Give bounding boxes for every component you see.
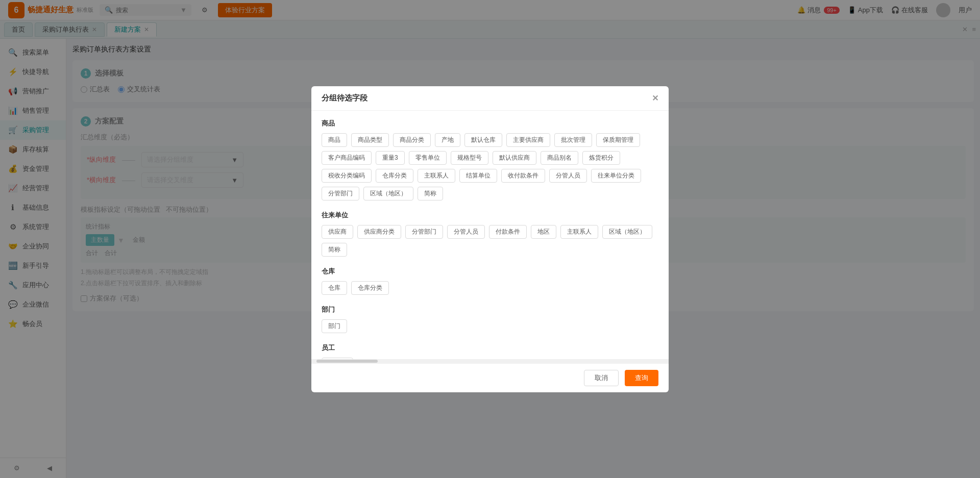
modal-cancel-button[interactable]: 取消 [584, 370, 619, 386]
modal-close-button[interactable]: ✕ [652, 93, 658, 103]
section-department: 部门 部门 [322, 305, 658, 333]
department-tags: 部门 [322, 319, 658, 333]
tag-partner-supplier[interactable]: 供应商 [322, 225, 353, 239]
tag-partner-supplier-category[interactable]: 供应商分类 [357, 225, 401, 239]
tag-goods-product[interactable]: 商品 [322, 133, 347, 147]
tag-goods-warehouse-category[interactable]: 仓库分类 [376, 169, 413, 183]
tag-goods-abbr[interactable]: 简称 [418, 187, 443, 200]
section-goods-title: 商品 [322, 119, 658, 128]
tag-goods-retail-unit[interactable]: 零售单位 [409, 151, 447, 165]
modal-overlay: 分组待选字段 ✕ 商品 商品 商品类型 商品分类 产地 默认仓库 主要供应商 批… [0, 0, 980, 478]
tag-goods-expiry[interactable]: 保质期管理 [596, 133, 640, 147]
tag-goods-batch[interactable]: 批次管理 [554, 133, 592, 147]
tag-goods-payment-terms[interactable]: 收付款条件 [501, 169, 545, 183]
tag-warehouse-wh[interactable]: 仓库 [322, 281, 347, 295]
goods-tags: 商品 商品类型 商品分类 产地 默认仓库 主要供应商 批次管理 保质期管理 客户… [322, 133, 658, 200]
section-warehouse: 仓库 仓库 仓库分类 [322, 267, 658, 295]
field-select-modal: 分组待选字段 ✕ 商品 商品 商品类型 商品分类 产地 默认仓库 主要供应商 批… [311, 86, 669, 392]
tag-goods-category[interactable]: 商品分类 [393, 133, 431, 147]
modal-header: 分组待选字段 ✕ [311, 86, 669, 111]
tag-goods-contact[interactable]: 主联系人 [418, 169, 455, 183]
tag-goods-alias[interactable]: 商品别名 [541, 151, 578, 165]
modal-body[interactable]: 商品 商品 商品类型 商品分类 产地 默认仓库 主要供应商 批次管理 保质期管理… [311, 111, 669, 359]
section-warehouse-title: 仓库 [322, 267, 658, 276]
section-employee-title: 员工 [322, 343, 658, 353]
section-department-title: 部门 [322, 305, 658, 314]
tag-goods-default-supplier[interactable]: 默认供应商 [493, 151, 536, 165]
tag-goods-default-warehouse[interactable]: 默认仓库 [464, 133, 502, 147]
tag-goods-main-supplier[interactable]: 主要供应商 [506, 133, 550, 147]
section-goods: 商品 商品 商品类型 商品分类 产地 默认仓库 主要供应商 批次管理 保质期管理… [322, 119, 658, 200]
tag-goods-dept[interactable]: 分管部门 [322, 187, 359, 200]
tag-partner-payment-terms[interactable]: 付款条件 [489, 225, 527, 239]
tag-goods-origin[interactable]: 产地 [435, 133, 460, 147]
tag-partner-region[interactable]: 地区 [531, 225, 556, 239]
modal-footer: 取消 查询 [311, 363, 669, 392]
tag-goods-region[interactable]: 区域（地区） [363, 187, 413, 200]
tag-goods-manager[interactable]: 分管人员 [549, 169, 587, 183]
tag-goods-spec[interactable]: 规格型号 [451, 151, 488, 165]
tag-goods-smelt-points[interactable]: 炼货积分 [582, 151, 620, 165]
tag-partner-manager[interactable]: 分管人员 [447, 225, 485, 239]
tag-warehouse-category[interactable]: 仓库分类 [351, 281, 389, 295]
warehouse-tags: 仓库 仓库分类 [322, 281, 658, 295]
modal-hscroll-thumb [316, 360, 378, 363]
modal-horizontal-scrollbar[interactable] [311, 359, 669, 363]
partner-tags: 供应商 供应商分类 分管部门 分管人员 付款条件 地区 主联系人 区域（地区） … [322, 225, 658, 257]
tag-goods-customer-code[interactable]: 客户商品编码 [322, 151, 372, 165]
tag-partner-dept[interactable]: 分管部门 [405, 225, 443, 239]
tag-partner-contact[interactable]: 主联系人 [560, 225, 598, 239]
section-partner-title: 往来单位 [322, 211, 658, 220]
tag-partner-abbr[interactable]: 简称 [322, 243, 347, 257]
section-employee: 员工 业务员 [322, 343, 658, 359]
tag-goods-settlement-unit[interactable]: 结算单位 [459, 169, 497, 183]
tag-goods-weight[interactable]: 重量3 [376, 151, 405, 165]
modal-title: 分组待选字段 [322, 93, 368, 103]
tag-partner-area[interactable]: 区域（地区） [602, 225, 652, 239]
tag-goods-tax-code[interactable]: 税收分类编码 [322, 169, 372, 183]
tag-goods-type[interactable]: 商品类型 [351, 133, 389, 147]
modal-confirm-button[interactable]: 查询 [625, 370, 658, 386]
section-partner: 往来单位 供应商 供应商分类 分管部门 分管人员 付款条件 地区 主联系人 区域… [322, 211, 658, 257]
tag-dept[interactable]: 部门 [322, 319, 347, 333]
tag-goods-partner-category[interactable]: 往来单位分类 [591, 169, 641, 183]
